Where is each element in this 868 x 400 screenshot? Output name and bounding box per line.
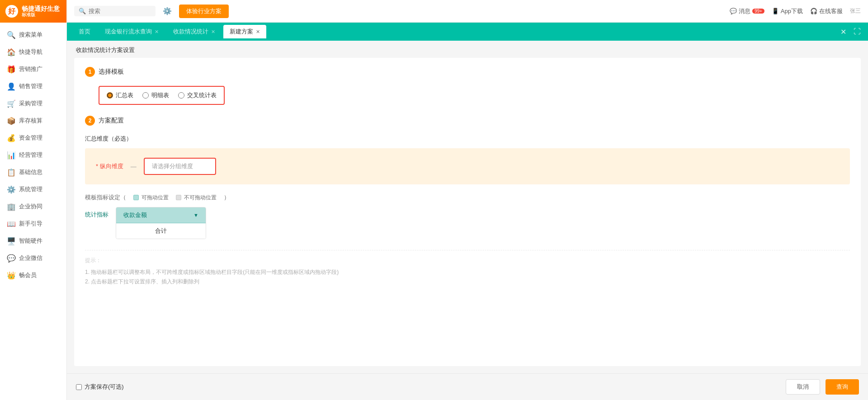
tab-home[interactable]: 首页 (72, 25, 97, 38)
indicator-label-row: 模板指标设定（ 可拖动位置 不可拖动位置 ） (85, 193, 850, 202)
search-input[interactable] (89, 8, 147, 14)
home-icon: 🏠 (7, 48, 15, 56)
sidebar-item-collab[interactable]: 🏢 企业协同 (0, 198, 66, 215)
close-window-icon[interactable]: ✕ (839, 26, 848, 38)
indicator-table-header: 收款金额 ▼ (116, 207, 206, 223)
step1-row: 1 选择模板 (85, 67, 850, 77)
sidebar-item-label: 销售管理 (19, 82, 42, 90)
gear-icon[interactable]: ⚙️ (163, 7, 172, 15)
app-download-item[interactable]: 📱 App下载 (772, 7, 803, 15)
radio-cross[interactable]: 交叉统计表 (178, 91, 217, 99)
sidebar-item-label: 智能硬件 (19, 237, 42, 245)
sidebar-item-finance[interactable]: 💰 资金管理 (0, 129, 66, 146)
sidebar-item-inventory[interactable]: 📦 库存核算 (0, 112, 66, 129)
query-button[interactable]: 查询 (826, 379, 859, 395)
radio-detail-input[interactable] (142, 92, 149, 99)
sidebar-item-label: 快捷导航 (19, 48, 42, 56)
inventory-icon: 📦 (7, 117, 15, 125)
tab-bank-close-icon[interactable]: ✕ (155, 29, 159, 35)
step1-label: 选择模板 (99, 68, 124, 76)
step1-badge: 1 (85, 67, 95, 77)
sidebar-item-quick-nav[interactable]: 🏠 快捷导航 (0, 43, 66, 61)
tab-bank[interactable]: 现金银行流水查询 ✕ (99, 25, 165, 38)
radio-detail[interactable]: 明细表 (142, 91, 169, 99)
message-badge: 99+ (752, 9, 764, 14)
step2-badge: 2 (85, 116, 95, 126)
sidebar-item-sales[interactable]: 👤 销售管理 (0, 78, 66, 95)
sidebar-item-system[interactable]: ⚙️ 系统管理 (0, 181, 66, 198)
maximize-icon[interactable]: ⛶ (852, 26, 863, 38)
sidebar-item-business[interactable]: 📊 经营管理 (0, 146, 66, 164)
legend-fixed: 不可拖动位置 (176, 194, 217, 202)
indicator-chevron-icon[interactable]: ▼ (193, 212, 198, 218)
service-label: 在线客服 (819, 7, 843, 15)
save-checkbox[interactable]: 方案保存(可选) (76, 383, 124, 391)
indicator-table: 收款金额 ▼ 合计 (116, 207, 206, 239)
purchase-icon: 🛒 (7, 99, 15, 108)
username: 张三 (850, 7, 861, 15)
topbar-right: 💬 消息 99+ 📱 App下载 🎧 在线客服 张三 (730, 7, 861, 15)
radio-cross-input[interactable] (178, 92, 184, 99)
indicator-section-label: 模板指标设定（ (85, 193, 126, 202)
indicator-section: 模板指标设定（ 可拖动位置 不可拖动位置 ） 统计指标 (85, 193, 850, 239)
sales-icon: 👤 (7, 82, 15, 90)
tab-receipt-close-icon[interactable]: ✕ (211, 29, 215, 35)
dimension-arrow: — (131, 163, 137, 170)
service-icon: 🎧 (810, 8, 817, 14)
gift-icon: 🎁 (7, 65, 15, 73)
legend-fixed-label: 不可拖动位置 (184, 194, 217, 202)
wechat-icon: 💬 (7, 254, 15, 262)
sidebar-item-purchase[interactable]: 🛒 采购管理 (0, 95, 66, 112)
logo-icon: 好 (5, 5, 18, 18)
basic-icon: 📋 (7, 168, 15, 176)
search-box[interactable]: 🔍 (74, 6, 156, 16)
radio-summary-input[interactable] (107, 92, 113, 99)
sidebar-item-member[interactable]: 👑 畅会员 (0, 267, 66, 284)
sidebar-item-label: 畅会员 (19, 271, 37, 279)
sidebar-item-search-menu[interactable]: 🔍 搜索菜单 (0, 26, 66, 43)
sidebar-item-marketing[interactable]: 🎁 营销推广 (0, 61, 66, 78)
radio-summary[interactable]: 汇总表 (107, 91, 133, 99)
industry-btn[interactable]: 体验行业方案 (179, 5, 229, 18)
tip1: 1. 拖动标题栏可以调整布局，不可跨维度或指标区域拖动栏目字段(只能在同一维度或… (85, 268, 850, 278)
sidebar-item-label: 营销推广 (19, 65, 42, 73)
legend-draggable: 可拖动位置 (133, 194, 169, 202)
step2-row: 2 方案配置 (85, 116, 850, 126)
indicator-category-label: 统计指标 (85, 211, 108, 219)
cancel-button[interactable]: 取消 (786, 379, 820, 395)
sidebar-item-wechat[interactable]: 💬 企业微信 (0, 249, 66, 267)
search-icon: 🔍 (79, 8, 86, 14)
sidebar-menu: 🔍 搜索菜单 🏠 快捷导航 🎁 营销推广 👤 销售管理 🛒 采购管理 📦 库存核… (0, 23, 66, 400)
dimension-select[interactable]: 请选择分组维度 (144, 158, 216, 175)
sidebar-item-label: 基础信息 (19, 168, 42, 176)
app-icon: 📱 (772, 8, 779, 14)
radio-summary-label: 汇总表 (116, 91, 133, 99)
legend-fixed-dot (176, 195, 181, 200)
sidebar-item-basic[interactable]: 📋 基础信息 (0, 164, 66, 181)
tab-new-plan[interactable]: 新建方案 ✕ (223, 25, 266, 38)
system-icon: ⚙️ (7, 185, 15, 193)
sidebar-item-guide[interactable]: 📖 新手引导 (0, 215, 66, 232)
service-item[interactable]: 🎧 在线客服 (810, 7, 843, 15)
save-checkbox-input[interactable] (76, 384, 82, 390)
sidebar-item-label: 企业微信 (19, 254, 42, 262)
sidebar-item-label: 搜索菜单 (19, 31, 42, 39)
content-area: 收款情况统计方案设置 1 选择模板 汇总表 明细表 交叉统计表 (67, 41, 868, 400)
bottom-bar: 方案保存(可选) 取消 查询 (67, 373, 868, 400)
legend-suffix: ） (224, 193, 230, 202)
logo-sub-text: 标准版 (22, 12, 60, 18)
tab-receipt-label: 收款情况统计 (173, 28, 208, 36)
sidebar-item-label: 库存核算 (19, 117, 42, 125)
tab-new-plan-label: 新建方案 (230, 28, 253, 36)
tab-new-plan-close-icon[interactable]: ✕ (256, 29, 260, 35)
save-label: 方案保存(可选) (85, 383, 124, 391)
step2-label: 方案配置 (99, 117, 124, 125)
message-item[interactable]: 💬 消息 99+ (730, 7, 764, 15)
sidebar-item-label: 系统管理 (19, 185, 42, 193)
app-label: App下载 (781, 7, 803, 15)
sidebar-item-hardware[interactable]: 🖥️ 智能硬件 (0, 232, 66, 249)
logo-main-text: 畅捷通好生意 (22, 5, 60, 13)
sidebar-item-label: 新手引导 (19, 220, 42, 228)
finance-icon: 💰 (7, 134, 15, 142)
tab-receipt-stat[interactable]: 收款情况统计 ✕ (167, 25, 222, 38)
